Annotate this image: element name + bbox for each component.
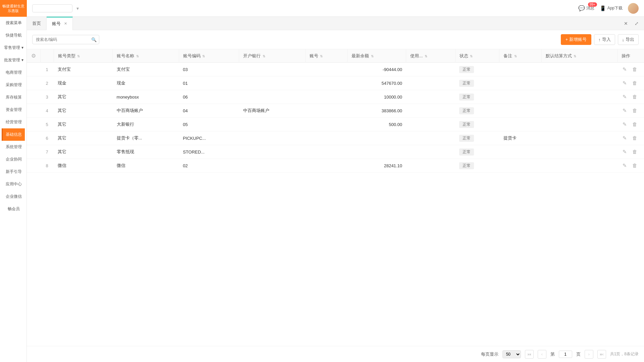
edit-button[interactable]: ✎ [621, 93, 628, 101]
app-download-button[interactable]: 📱 App下载 [600, 5, 623, 11]
export-icon: ↓ [622, 37, 625, 42]
delete-button[interactable]: 🗑 [631, 93, 639, 101]
column-settings-icon[interactable]: ⚙ [31, 53, 36, 59]
edit-button[interactable]: ✎ [621, 121, 628, 128]
row-default-settlement [541, 90, 617, 104]
page-size-select[interactable]: 50 100 200 [502, 350, 521, 358]
edit-button[interactable]: ✎ [621, 79, 628, 87]
row-bank [239, 131, 306, 145]
last-page-btn[interactable]: ⏭ [597, 350, 606, 359]
table-row: 1 支付宝 支付宝 03 -90444.00 正常 ✎ 🗑 [27, 63, 644, 76]
prev-page-btn[interactable]: ‹ [538, 350, 546, 359]
col-settings[interactable]: ⚙ [27, 49, 40, 63]
sidebar-item-finance-mgmt[interactable]: 资金管理 [2, 104, 24, 116]
row-account [305, 90, 347, 104]
pagination-bar: 每页显示 50 100 200 ⏮ ‹ 第 页 › ⏭ 共1页，8条记录 [27, 346, 644, 362]
row-usage [406, 104, 455, 118]
row-code: 01 [179, 76, 239, 90]
sidebar-item-enterprise-agreement[interactable]: 企业协同 [2, 153, 24, 166]
row-num: 6 [40, 131, 54, 145]
delete-button[interactable]: 🗑 [631, 162, 639, 169]
tab-home-label: 首页 [32, 20, 41, 26]
col-remark[interactable]: 备注 ⇅ [499, 49, 541, 63]
sidebar-item-purchase-mgmt[interactable]: 采购管理 [2, 79, 24, 91]
col-balance[interactable]: 最新余额 ⇅ [347, 49, 406, 63]
col-status[interactable]: 状态 ⇅ [455, 49, 499, 63]
top-search-input[interactable] [32, 4, 72, 12]
edit-button[interactable]: ✎ [621, 107, 628, 114]
row-name: moneybosx [113, 90, 179, 104]
header-dropdown-icon[interactable]: ▾ [76, 6, 79, 11]
top-header: ▾ 💬 消息 99+ 📱 App下载 [27, 0, 644, 17]
edit-button[interactable]: ✎ [621, 148, 628, 156]
row-bank [239, 118, 306, 131]
sidebar-item-new-guide[interactable]: 新手引导 [2, 166, 24, 178]
col-usage[interactable]: 使用... ⇅ [406, 49, 455, 63]
edit-button[interactable]: ✎ [621, 66, 628, 73]
col-code[interactable]: 账号编码 ⇅ [179, 49, 239, 63]
message-icon: 💬 [578, 5, 585, 11]
sidebar-item-ops-mgmt[interactable]: 经营管理 [2, 116, 24, 128]
sidebar-item-ecom-mgmt[interactable]: 电商管理 [2, 66, 24, 79]
edit-button[interactable]: ✎ [621, 162, 628, 169]
row-code: PICKUPC... [179, 131, 239, 145]
col-bank[interactable]: 开户银行 ⇅ [239, 49, 306, 63]
sidebar-item-app-center[interactable]: 应用中心 [2, 178, 24, 190]
row-type: 其它 [54, 90, 113, 104]
sidebar-item-member[interactable]: 畅会员 [2, 203, 24, 215]
row-type: 其它 [54, 118, 113, 131]
row-actions: ✎ 🗑 [617, 145, 644, 159]
col-name[interactable]: 账号名称 ⇅ [113, 49, 179, 63]
row-actions: ✎ 🗑 [617, 76, 644, 90]
import-button[interactable]: ↑ 导入 [594, 34, 615, 45]
accounts-table: ⚙ 账号类型 ⇅ 账号名称 ⇅ 账号编码 ⇅ 开户银行 ⇅ 账号 ⇅ 最新余额 … [27, 49, 644, 173]
messages-button[interactable]: 💬 消息 99+ [578, 5, 594, 11]
user-avatar[interactable] [628, 3, 639, 14]
current-page-input[interactable] [559, 351, 572, 358]
sidebar-item-retail-mgmt[interactable]: 零售管理 ▾ [2, 42, 24, 54]
row-settings [27, 76, 40, 90]
tab-home[interactable]: 首页 [27, 17, 47, 30]
row-type: 现金 [54, 76, 113, 90]
search-input[interactable] [32, 35, 99, 44]
delete-button[interactable]: 🗑 [631, 121, 639, 128]
total-info: 共1页，8条记录 [610, 351, 639, 357]
status-badge: 正常 [459, 162, 474, 169]
delete-button[interactable]: 🗑 [631, 148, 639, 156]
row-balance [347, 145, 406, 159]
col-num [40, 49, 54, 63]
sidebar-item-search-menu[interactable]: 搜索菜单 [2, 17, 24, 29]
tab-close-action[interactable]: ✕ [621, 19, 631, 28]
delete-button[interactable]: 🗑 [631, 134, 639, 142]
sidebar-item-enterprise-wechat[interactable]: 企业微信 [2, 190, 24, 203]
sidebar-item-sys-mgmt[interactable]: 系统管理 [2, 141, 24, 153]
row-name: 中百商场账户 [113, 104, 179, 118]
sidebar-item-basic-info[interactable]: 基础信息 [2, 128, 24, 141]
col-account[interactable]: 账号 ⇅ [305, 49, 347, 63]
first-page-btn[interactable]: ⏮ [525, 350, 534, 359]
sidebar-item-quick-nav[interactable]: 快捷导航 [2, 29, 24, 42]
tab-expand-action[interactable]: ⤢ [632, 19, 641, 28]
row-num: 1 [40, 63, 54, 76]
row-remark: 提货卡 [499, 131, 541, 145]
edit-button[interactable]: ✎ [621, 134, 628, 142]
tab-account-close[interactable]: ✕ [64, 21, 67, 26]
delete-button[interactable]: 🗑 [631, 79, 639, 87]
col-default-settlement[interactable]: 默认结算方式 ⇅ [541, 49, 617, 63]
row-bank [239, 76, 306, 90]
row-usage [406, 159, 455, 173]
search-icon[interactable]: 🔍 [91, 37, 97, 42]
delete-button[interactable]: 🗑 [631, 66, 639, 73]
table-row: 5 其它 大新银行 05 500.00 正常 ✎ 🗑 [27, 118, 644, 131]
status-badge: 正常 [459, 107, 474, 114]
col-type[interactable]: 账号类型 ⇅ [54, 49, 113, 63]
delete-button[interactable]: 🗑 [631, 107, 639, 114]
row-remark [499, 76, 541, 90]
tab-account[interactable]: 账号 ✕ [47, 17, 73, 30]
sidebar-item-inventory[interactable]: 库存核算 [2, 91, 24, 104]
table-row: 3 其它 moneybosx 06 10000.00 正常 ✎ 🗑 [27, 90, 644, 104]
sidebar-item-wholesale-mgmt[interactable]: 批发管理 ▾ [2, 54, 24, 66]
next-page-btn[interactable]: › [585, 350, 593, 359]
add-account-button[interactable]: + 新增账号 [561, 34, 591, 45]
export-button[interactable]: ↓ 导出 [618, 34, 639, 45]
